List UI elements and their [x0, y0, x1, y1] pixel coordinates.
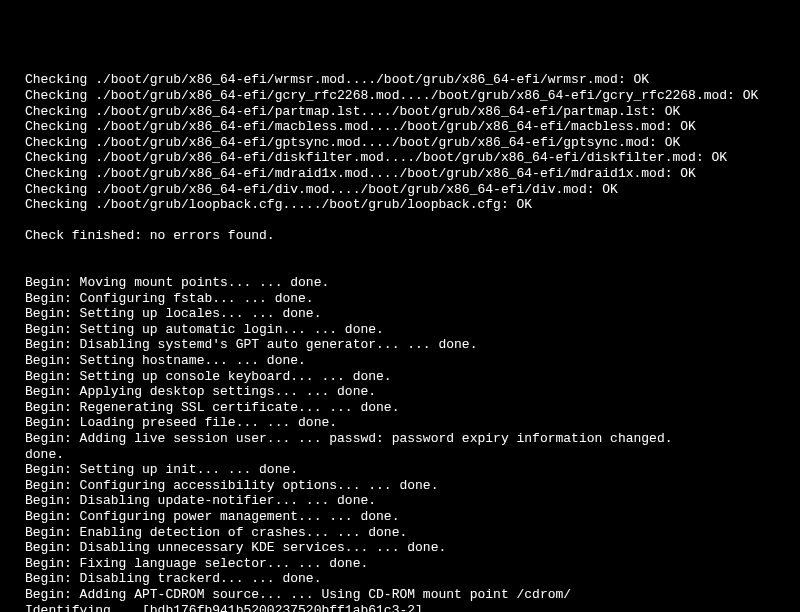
terminal-line: Begin: Regenerating SSL certificate... .…	[25, 400, 775, 416]
terminal-line: Begin: Applying desktop settings... ... …	[25, 384, 775, 400]
terminal-line: Check finished: no errors found.	[25, 228, 775, 244]
terminal-line: Begin: Disabling trackerd... ... done.	[25, 571, 775, 587]
terminal-line: Begin: Configuring accessibility options…	[25, 478, 775, 494]
terminal-line: Checking ./boot/grub/x86_64-efi/wrmsr.mo…	[25, 72, 775, 88]
terminal-line: Begin: Enabling detection of crashes... …	[25, 525, 775, 541]
terminal-line: Identifying... [bdb176fb941b5200237520bf…	[25, 603, 775, 612]
terminal-line: Checking ./boot/grub/loopback.cfg...../b…	[25, 197, 775, 213]
terminal-line: Begin: Fixing language selector... ... d…	[25, 556, 775, 572]
terminal-line: Begin: Setting up locales... ... done.	[25, 306, 775, 322]
terminal-output: Checking ./boot/grub/x86_64-efi/wrmsr.mo…	[25, 72, 775, 612]
terminal-line: Checking ./boot/grub/x86_64-efi/mdraid1x…	[25, 166, 775, 182]
terminal-line: Begin: Disabling systemd's GPT auto gene…	[25, 337, 775, 353]
terminal-line: Begin: Configuring fstab... ... done.	[25, 291, 775, 307]
terminal-line: Begin: Setting hostname... ... done.	[25, 353, 775, 369]
terminal-line: Begin: Adding APT-CDROM source... ... Us…	[25, 587, 775, 603]
terminal-line: Checking ./boot/grub/x86_64-efi/gptsync.…	[25, 135, 775, 151]
terminal-line: Checking ./boot/grub/x86_64-efi/macbless…	[25, 119, 775, 135]
terminal-line: Begin: Adding live session user... ... p…	[25, 431, 775, 447]
terminal-line: Begin: Setting up automatic login... ...…	[25, 322, 775, 338]
terminal-line: Begin: Setting up console keyboard... ..…	[25, 369, 775, 385]
terminal-line: done.	[25, 447, 775, 463]
terminal-line: Checking ./boot/grub/x86_64-efi/diskfilt…	[25, 150, 775, 166]
terminal-line: Begin: Moving mount points... ... done.	[25, 275, 775, 291]
terminal-line	[25, 260, 775, 276]
terminal-line: Checking ./boot/grub/x86_64-efi/div.mod.…	[25, 182, 775, 198]
terminal-line: Checking ./boot/grub/x86_64-efi/partmap.…	[25, 104, 775, 120]
terminal-line: Begin: Disabling unnecessary KDE service…	[25, 540, 775, 556]
terminal-line: Begin: Disabling update-notifier... ... …	[25, 493, 775, 509]
terminal-line	[25, 244, 775, 260]
terminal-line: Begin: Loading preseed file... ... done.	[25, 415, 775, 431]
terminal-line: Begin: Configuring power management... .…	[25, 509, 775, 525]
terminal-line: Begin: Setting up init... ... done.	[25, 462, 775, 478]
terminal-line: Checking ./boot/grub/x86_64-efi/gcry_rfc…	[25, 88, 775, 104]
terminal-line	[25, 213, 775, 229]
